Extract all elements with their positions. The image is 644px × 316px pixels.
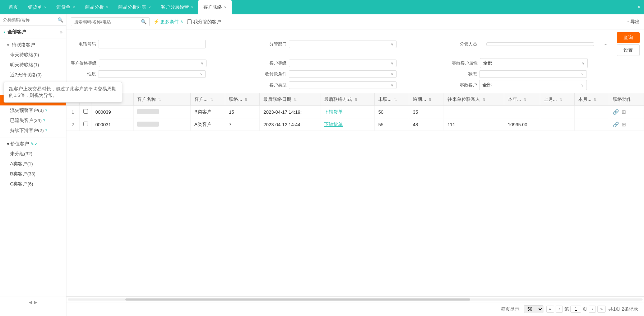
filter-pricelevel-label: 客户价格等级 — [71, 60, 97, 66]
filter-retailattr-dropdown[interactable]: 全部 ∨ — [480, 58, 588, 68]
nav-customer-contact-close[interactable]: × — [224, 5, 226, 9]
sidebar-bottom-arrow[interactable]: ◀ ▶ — [0, 297, 66, 307]
filter-status-dropdown[interactable]: ∨ — [479, 70, 587, 78]
filter-customerlevel-arrow: ∨ — [391, 61, 393, 65]
filter-phone-cell: 电话号码 — [71, 40, 259, 48]
expand-icon: ▪ — [4, 29, 5, 35]
sort-contactperson-icon: ⇅ — [482, 98, 485, 102]
col-current-year[interactable]: 本年... ⇅ — [504, 93, 540, 106]
filter-customerlevel-dropdown[interactable]: ∨ — [289, 60, 397, 67]
row-1-link-icon[interactable]: 🔗 — [613, 109, 619, 115]
nav-sales-order-close[interactable]: × — [44, 5, 46, 9]
nav-product-analysis-list[interactable]: 商品分析列表 × — [113, 0, 156, 14]
col-level[interactable]: 客户... ⇅ — [191, 93, 225, 106]
sidebar-item-declining[interactable]: 持续下滑客户(2) ? — [0, 126, 66, 136]
filter-customerlevel-cell: 客户等级 ∨ — [261, 60, 449, 67]
value-info-icon: ✓ — [34, 142, 37, 146]
all-customers-header[interactable]: ▪ 全部客户 » — [0, 26, 66, 38]
pending-contact-header[interactable]: ▼ 待联络客户 — [0, 40, 66, 50]
settings-button[interactable]: 设置 — [617, 44, 640, 56]
my-customers-checkbox[interactable] — [187, 19, 192, 24]
nav-customer-contact[interactable]: 客户联络 × — [198, 0, 231, 14]
filter-manager-input[interactable] — [486, 42, 594, 46]
sidebar-collapse-btn[interactable]: » — [60, 29, 62, 35]
filter-dept-dropdown[interactable]: ∨ — [289, 41, 397, 48]
sidebar-item-b-class[interactable]: B类客户(33) — [0, 169, 66, 179]
first-page-btn[interactable]: « — [546, 306, 555, 313]
col-last-month[interactable]: 上月... ⇅ — [540, 93, 574, 106]
filter-retailcustomer-dropdown[interactable]: 全部 ∨ — [479, 80, 587, 90]
filter-pricelevel-dropdown[interactable]: ∨ — [99, 60, 207, 67]
nav-purchase-order-close[interactable]: × — [73, 5, 75, 9]
sidebar-item-unclassified[interactable]: 未分组(32) — [0, 149, 66, 159]
nav-customer-stratification-close[interactable]: × — [191, 5, 193, 9]
nav-purchase-order[interactable]: 进货单 × — [51, 0, 80, 14]
row-2-method-link[interactable]: 下销货单 — [324, 122, 343, 127]
col-last-method[interactable]: 最后联络方式 ⇅ — [320, 93, 375, 106]
sidebar-search-input[interactable] — [3, 18, 57, 23]
sidebar-item-a-class[interactable]: A类客户(1) — [0, 159, 66, 169]
sidebar-item-tomorrow[interactable]: 明天待联络(1) — [0, 60, 66, 70]
filter-manager-dots[interactable]: ··· — [603, 41, 608, 47]
row-num-2: 2 — [66, 118, 79, 131]
row-2-checkbox[interactable] — [83, 122, 88, 126]
row-1-grid-icon[interactable]: ⊞ — [622, 109, 626, 115]
col-name[interactable]: 客户名称 ⇅ — [133, 93, 190, 106]
col-overdue[interactable]: 逾期... ⇅ — [409, 93, 444, 106]
filter-phone-input[interactable] — [98, 40, 206, 48]
filter-dept-cell: 分管部门 ∨ — [261, 41, 449, 48]
chevron-down-icon: ∧ — [180, 19, 184, 24]
filter-dept-label: 分管部门 — [261, 41, 287, 47]
col-last-date[interactable]: 最后联络日期 ⇅ — [260, 93, 320, 106]
filter-gender-dropdown[interactable]: ∨ — [98, 70, 206, 78]
filter-payterms-label: 收付款条件 — [261, 71, 287, 77]
row-1-method-link[interactable]: 下销货单 — [324, 109, 343, 114]
filter-customertype-cell: 客户类型 ∨ — [261, 81, 449, 89]
prev-page-btn[interactable]: ‹ — [556, 306, 563, 313]
filter-status-cell: 状态 ∨ — [452, 70, 640, 78]
search-button-icon[interactable]: 🔍 — [141, 19, 147, 24]
nav-product-analysis-list-close[interactable]: × — [148, 5, 150, 9]
nav-sales-order[interactable]: 销货单 × — [23, 0, 51, 14]
col-contact-person[interactable]: 往来单位联系人 ⇅ — [444, 93, 504, 106]
edit-icon[interactable]: ✎ — [31, 142, 34, 146]
row-1-current-month — [574, 106, 609, 118]
tooltip-popup: 距客户上次交易时长，超过了此客户的平均交易周期的1.5倍，则视为异常。 — [4, 82, 66, 103]
row-1-last-month — [540, 106, 574, 118]
sort-name-icon: ⇅ — [158, 98, 161, 102]
sidebar-item-lost[interactable]: 已流失客户(24) ? — [0, 115, 66, 126]
nav-product-analysis-close[interactable]: × — [106, 5, 108, 9]
row-1-checkbox[interactable] — [83, 109, 88, 114]
next-page-btn[interactable]: › — [589, 306, 596, 313]
nav-customer-stratification[interactable]: 客户分层经营 × — [156, 0, 198, 14]
sidebar-item-7days[interactable]: 近7天待联络(0) — [0, 70, 66, 80]
sidebar-item-c-class[interactable]: C类客户(6) — [0, 179, 66, 189]
row-2-link-icon[interactable]: 🔗 — [613, 122, 619, 127]
search-input[interactable] — [74, 19, 141, 24]
page-number-input[interactable] — [570, 306, 581, 313]
nav-product-analysis[interactable]: 商品分析 × — [80, 0, 113, 14]
row-2-grid-icon[interactable]: ⊞ — [622, 122, 626, 127]
sidebar-item-loss-warning[interactable]: 流失预警客户(3) ? — [0, 105, 66, 115]
col-current-month[interactable]: 本月... ⇅ — [574, 93, 609, 106]
row-checkbox-1 — [79, 106, 92, 118]
row-2-name — [133, 118, 190, 131]
row-1-contact-person — [444, 106, 504, 118]
col-actions: 联络动作 — [609, 93, 644, 106]
filter-customerlevel-label: 客户等级 — [261, 60, 287, 66]
export-button[interactable]: ↑ 导出 — [627, 19, 640, 25]
last-page-btn[interactable]: » — [597, 306, 606, 313]
col-contact[interactable]: 联络... ⇅ — [225, 93, 260, 106]
sidebar-search-icon[interactable]: 🔍 — [57, 17, 63, 23]
query-button[interactable]: 查询 — [617, 32, 640, 43]
window-close-button[interactable]: × — [637, 4, 640, 10]
value-customer-header[interactable]: ▼ 价值客户 ✎ ✓ — [0, 139, 66, 149]
filter-customertype-dropdown[interactable]: ∨ — [289, 81, 397, 89]
nav-home[interactable]: 首页 — [4, 0, 23, 14]
more-conditions-btn[interactable]: ⚡ 更多条件 ∧ — [153, 19, 184, 25]
sidebar-item-today[interactable]: 今天待联络(0) — [0, 50, 66, 60]
filter-payterms-dropdown[interactable]: ∨ — [289, 70, 397, 78]
per-page-select[interactable]: 50 20 100 — [524, 305, 543, 313]
horizontal-scroll-area[interactable] — [66, 296, 644, 302]
col-uncontacted[interactable]: 未联... ⇅ — [375, 93, 409, 106]
